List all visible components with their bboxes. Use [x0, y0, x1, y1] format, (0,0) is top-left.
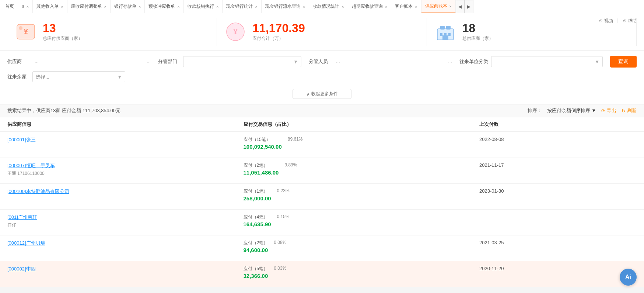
help-link[interactable]: ⊙ 帮助	[623, 18, 637, 24]
close-icon[interactable]: ×	[255, 4, 257, 9]
close-icon[interactable]: ×	[216, 4, 218, 9]
unit-class-select-input[interactable]	[494, 59, 595, 65]
person-dots-icon[interactable]: ···	[448, 59, 452, 65]
nav-tab-cash-bank-flow[interactable]: 现金银行流水查询 ×	[262, 0, 309, 13]
nav-tab-collection-stat[interactable]: 收款情况统计 ×	[309, 0, 348, 13]
supplier-cell-2: [000007]恒旺二手叉车 王通 17106110000	[7, 162, 244, 177]
nav-tab-home[interactable]: 首页	[1, 0, 18, 13]
supplier-input[interactable]	[32, 56, 144, 67]
close-icon[interactable]: ×	[177, 4, 179, 9]
close-icon[interactable]: ×	[104, 4, 106, 9]
svg-point-2	[19, 26, 22, 30]
nav-tab-3[interactable]: 3 ×	[18, 0, 33, 13]
stat-info-payable-amount: 11,170.39 应付合计（万）	[252, 22, 305, 42]
export-button[interactable]: ⟳ 导出	[601, 107, 616, 114]
nav-tab-bank-deposit[interactable]: 银行存款单 ×	[111, 0, 145, 13]
nav-tab-overdue-query[interactable]: 超期应收款查询 ×	[348, 0, 391, 13]
nav-tab-supplier-account[interactable]: 供应商账本 ×	[421, 0, 456, 13]
trans-label-3: 应付（1笔）	[244, 188, 271, 194]
nav-tab-customer-account[interactable]: 客户账本 ×	[391, 0, 421, 13]
search-button[interactable]: 查询	[610, 56, 637, 68]
last-pay-5: 2021-03-25	[479, 240, 637, 245]
balance-select[interactable]: ▼	[32, 71, 125, 82]
dept-filter-label: 分管部门	[158, 58, 180, 65]
last-pay-3: 2023-01-30	[479, 188, 637, 194]
trans-pct-2: 9.89%	[284, 162, 297, 168]
last-pay-2: 2021-11-17	[479, 162, 637, 168]
nav-tab-cash-bank-stat[interactable]: 现金银行统计 ×	[223, 0, 261, 13]
trans-info-6: 应付（5笔） 32,366.00	[244, 266, 268, 280]
data-table: 供应商信息 应付交易信息（占比） 上次付数 [000001]张三 应付（15笔）…	[0, 117, 644, 287]
trans-amount-6: 32,366.00	[244, 273, 268, 279]
sort-label: 排序：	[528, 107, 542, 114]
balance-select-input[interactable]	[36, 74, 117, 80]
video-link[interactable]: ⊙ 视频	[599, 18, 613, 24]
sort-select[interactable]: 按应付余额倒序排序 ▼	[547, 107, 596, 114]
close-icon[interactable]: ×	[449, 4, 452, 8]
close-icon[interactable]: ×	[61, 4, 63, 9]
nav-tab-prepay-collect[interactable]: 预收冲应收单 ×	[145, 0, 183, 13]
svg-rect-6	[440, 26, 445, 30]
nav-tab-other-income[interactable]: 其他收入单 ×	[33, 0, 67, 13]
dept-select-input[interactable]	[186, 59, 293, 65]
ai-badge[interactable]: Ai	[620, 269, 637, 286]
trans-label-1: 应付（15笔）	[244, 137, 282, 143]
table-header: 供应商信息 应付交易信息（占比） 上次付数	[0, 117, 644, 132]
table-row: [000007]恒旺二手叉车 王通 17106110000 应付（2笔） 11,…	[0, 158, 644, 184]
svg-text:¥: ¥	[234, 28, 238, 36]
svg-rect-7	[446, 26, 451, 30]
supplier-link-4[interactable]: [001]广州荣轩	[7, 214, 244, 221]
nav-tab-supplier-account-label: 供应商账本	[425, 3, 447, 9]
close-icon[interactable]: ×	[27, 4, 29, 9]
trans-cell-2: 应付（2笔） 11,051,486.00 9.89%	[244, 162, 480, 176]
export-icon: ⟳	[601, 108, 605, 114]
collapse-button[interactable]: ∧ 收起更多条件	[293, 89, 351, 99]
trans-pct-4: 0.15%	[277, 214, 290, 219]
ai-badge-label: Ai	[625, 274, 631, 280]
close-icon[interactable]: ×	[342, 4, 344, 9]
table-row: [001]广州荣轩 仔仔 应付（4笔） 164,635.90 0.15%	[0, 210, 644, 235]
payable-suppliers-label: 总应付供应商（家）	[43, 35, 83, 42]
close-icon[interactable]: ×	[415, 4, 417, 9]
supplier-filter-label: 供应商	[7, 58, 29, 65]
refresh-icon: ↻	[622, 108, 626, 114]
close-icon[interactable]: ×	[385, 4, 387, 9]
supplier-link-2[interactable]: [000007]恒旺二手叉车	[7, 162, 244, 169]
supplier-cell-6: [000002]李四	[7, 266, 244, 272]
nav-arrow-right[interactable]: ▶	[465, 0, 473, 13]
nav-arrow-left[interactable]: ◀	[456, 0, 465, 13]
table-row: [000012]广州贝瑞 应付（2笔） 94,600.00 0.08% 2021…	[0, 235, 644, 261]
supplier-link-3[interactable]: [000100]本特勤油品有限公司	[7, 188, 244, 195]
person-filter-label: 分管人员	[309, 58, 331, 65]
trans-cell-6: 应付（5笔） 32,366.00 0.03%	[244, 266, 480, 280]
nav-tab-other-income-label: 其他收入单	[36, 3, 59, 10]
trans-pct-6: 0.03%	[274, 266, 286, 271]
total-suppliers-label: 总供应商（家）	[462, 35, 493, 42]
header-supplier-info: 供应商信息	[7, 121, 244, 128]
dept-select[interactable]: ▼	[183, 56, 301, 67]
supplier-cell-5: [000012]广州贝瑞	[7, 240, 244, 247]
results-bar: 搜索结果中，供应商13家 应付金额 111,703,854.00元 排序： 按应…	[0, 104, 644, 117]
supplier-dots-icon[interactable]: ···	[147, 59, 151, 65]
trans-amount-1: 100,092,540.00	[244, 144, 282, 150]
header-stats: ¥ 13 总应付供应商（家） ¥ 11,170.39 应付合计（万）	[0, 13, 644, 51]
total-suppliers-icon	[434, 21, 456, 43]
unit-class-select[interactable]: ▼	[491, 56, 603, 67]
nav-tab-payable-adjust[interactable]: 应收应付调整单 ×	[67, 0, 111, 13]
supplier-cell-1: [000001]张三	[7, 137, 244, 143]
nav-tab-receipt-exec[interactable]: 收款核销执行 ×	[184, 0, 223, 13]
svg-rect-8	[440, 33, 442, 36]
person-input[interactable]	[334, 56, 445, 67]
supplier-sub-2: 王通 17106110000	[7, 170, 244, 177]
payable-amount-icon: ¥	[224, 21, 246, 43]
trans-info-5: 应付（2笔） 94,600.00	[244, 240, 268, 254]
supplier-link-5[interactable]: [000012]广州贝瑞	[7, 240, 244, 247]
table-row: [000001]张三 应付（15笔） 100,092,540.00 89.61%…	[0, 132, 644, 158]
refresh-button[interactable]: ↻ 刷新	[622, 107, 637, 114]
supplier-link-6[interactable]: [000002]李四	[7, 266, 244, 272]
close-icon[interactable]: ×	[139, 4, 141, 9]
total-suppliers-number: 18	[462, 22, 493, 34]
supplier-link-1[interactable]: [000001]张三	[7, 137, 244, 143]
trans-amount-3: 258,000.00	[244, 195, 271, 201]
close-icon[interactable]: ×	[303, 4, 305, 9]
